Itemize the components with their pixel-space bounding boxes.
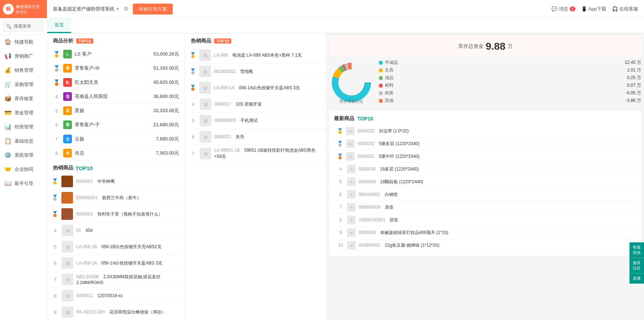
system-title-select[interactable]: 装备及固定资产辅助管理系统 ▾ (53, 6, 119, 12)
legend-value: -0.05 万 (625, 90, 641, 96)
product-info: 0000011 12070519-xs (76, 293, 180, 299)
sidebar-item-资金管理[interactable]: 💳资金管理 (0, 106, 47, 120)
message-badge: 6 (570, 7, 575, 11)
search-menu-button[interactable]: 🔍 搜索菜单 (3, 21, 44, 32)
customer-name: 星扬 (75, 107, 150, 114)
message-button[interactable]: 💬 消息 6 (551, 6, 575, 12)
product-image: ▣ (346, 127, 355, 135)
logo-icon: 畅 (3, 4, 14, 15)
float-btn-客服热线[interactable]: 客服热线 (629, 242, 644, 258)
prod-rank: 4 (337, 167, 344, 172)
nav-icon: 📊 (4, 123, 12, 130)
float-btn-服务社区[interactable]: 服务社区 (629, 258, 644, 274)
legend-name: 肉类 (385, 90, 623, 96)
hot-product-mid-item: 4 ▣ 0000017 10S 变频罗浚 (185, 96, 326, 112)
medal-icon: 🥇 (52, 178, 58, 185)
inventory-total-banner: 库存总资金 9.88 万 (330, 36, 641, 57)
hot-product-bottom-item: 8 ▣ 0000011 12070519-xs (47, 288, 185, 304)
product-image: ▣ (62, 225, 73, 236)
float-btn-直播[interactable]: 直播 (629, 274, 644, 284)
legend-item: 文具 1.01 万 (379, 67, 641, 73)
top-badge: TOP10 (76, 38, 93, 44)
app-download-button[interactable]: 📱 App下载 (581, 6, 606, 12)
sidebar-item-系统管理[interactable]: ⚙️系统管理 (0, 148, 47, 162)
legend-color-dot (379, 99, 383, 103)
customer-avatar: 零 (63, 120, 72, 129)
search-icon: 🔍 (6, 24, 12, 29)
customer-rank-item: 6 零 零售客户-于 21,680.00元 (47, 118, 185, 132)
hot-products-mid-header: 热销商品 TOP10 (185, 33, 326, 47)
customer-ranking-title: 商品分析 (53, 38, 73, 44)
legend-item: 成品 0.25 万 (379, 75, 641, 81)
system-title: 装备及固定资产辅助管理系统 (53, 6, 114, 12)
sidebar-item-企业协同[interactable]: 🤝企业协同 (0, 162, 47, 176)
customer-amount: 40,925.00元 (153, 79, 179, 86)
chevron-down-icon: ▾ (117, 6, 119, 12)
sidebar: 畅 畅捷通好生意 标准版 🔍 搜索菜单 🏠快捷导航📢营销推广💰销售管理🛒采购管理… (0, 0, 47, 320)
newest-product-item: 🥉 ▣ 0000031 5厘中纤 (1220*2440) (334, 150, 637, 163)
app-logo: 畅 畅捷通好生意 标准版 (0, 0, 47, 18)
product-image: ▣ (200, 148, 211, 159)
legend-color-dot (379, 84, 383, 87)
hot-product-bottom-item: 4 ▣ 01 45# (47, 222, 185, 239)
prod-rank: 5 (189, 118, 197, 123)
sidebar-item-新手引导[interactable]: 📖新手引导 (0, 176, 47, 190)
product-info: 0000017 10S 变频罗浚 (214, 101, 322, 107)
sidebar-item-销售管理[interactable]: 💰销售管理 (0, 63, 47, 77)
legend-value: 12.45 万 (625, 60, 641, 66)
nav-icon: 📦 (4, 95, 12, 102)
customer-name: LS 客户 (75, 51, 150, 57)
hot-products-bottom-header: 热销商品 TOP10 (47, 160, 185, 173)
product-image: ▣ (62, 257, 73, 269)
nav-icon: 📢 (4, 53, 12, 60)
gear-icon[interactable]: ⚙ (123, 5, 129, 12)
customer-name: 云扬 (75, 136, 153, 142)
sidebar-item-采购管理[interactable]: 🛒采购管理 (0, 77, 47, 91)
donut-chart: 库存资金占比 (330, 61, 373, 104)
prod-rank: 4 (189, 102, 197, 107)
medal-icon: 🥈 (189, 68, 196, 75)
hot-product-mid-item: 6 ▣ 0000021 夹壳 (185, 129, 326, 145)
sidebar-item-快捷导航[interactable]: 🏠快捷导航 (0, 35, 47, 49)
prod-rank: 9 (337, 230, 344, 235)
nav-icon: 📖 (4, 180, 12, 187)
sidebar-item-基础信息[interactable]: 📋基础信息 (0, 134, 47, 148)
customer-name: 红太阳文具 (75, 79, 150, 86)
legend-name: 半成品 (385, 60, 623, 66)
tab-bar: 首页 (47, 18, 644, 33)
tab-home[interactable]: 首页 (47, 18, 71, 33)
sidebar-item-营销推广[interactable]: 📢营销推广 (0, 49, 47, 63)
product-info: 01 45# (76, 227, 180, 234)
product-info: 0000002 智利车子里（规格不知道填什么） (76, 211, 180, 217)
sidebar-item-经营管理[interactable]: 📊经营管理 (0, 120, 47, 134)
chart-label: 库存资金占比 (330, 99, 373, 104)
phone-icon: 📱 (581, 6, 587, 12)
hot-product-mid-item: 🥇 ▣ LA-089 电池盖 LA-089 ABS本色+黑种 7.1克 (185, 47, 326, 63)
newest-product-item: 7 ▣ 000800008 原壶 (334, 201, 637, 214)
nav-icon: 🏠 (4, 38, 12, 45)
left-panel: 商品分析 TOP10 🥇 L LS 客户 53,006.26元 🥈 零 零售客户… (47, 33, 185, 320)
legend-color-dot (379, 61, 383, 65)
customer-name: 肖总 (75, 150, 153, 156)
product-image (61, 192, 73, 204)
hot-products-bottom-list: 🥇 0000001 中华神鹰 🥈 000500001 新西兰牛肉（新牛） 🥉 0… (47, 173, 185, 320)
product-image: ▣ (347, 228, 356, 237)
product-image: ▣ (346, 139, 355, 148)
newest-product-item: 🥈 ▣ 0000032 5厘多层 (1220*2440) (334, 138, 637, 150)
customer-amount: 51,183.00元 (153, 65, 179, 71)
online-service-button[interactable]: 🎧 在线客服 (612, 6, 638, 12)
sidebar-item-库存核算[interactable]: 📦库存核算 (0, 91, 47, 106)
product-image: ▣ (62, 274, 73, 285)
customer-avatar: 红 (63, 78, 72, 87)
hot-product-mid-item: 🥈 ▣ 001000002 雪地靴 (185, 63, 326, 80)
main-area: 装备及固定资产辅助管理系统 ▾ ⚙ 体验行业方案 💬 消息 6 📱 App下载 … (47, 0, 644, 320)
trial-button[interactable]: 体验行业方案 (133, 4, 173, 15)
newest-product-item: 🥇 ▣ 0000033 封边带 (1.0*22) (334, 125, 637, 138)
legend-value: 0.25 万 (627, 75, 641, 81)
customer-name: 零售客户-许 (75, 65, 150, 71)
newest-product-item: 4 ▣ 0000030 18多层 (1220*2440) (334, 163, 637, 176)
nav-icon: ⚙️ (4, 152, 12, 159)
customer-amount: 53,006.26元 (153, 51, 179, 57)
product-image: ▣ (347, 203, 356, 212)
hot-product-bottom-item: 6 ▣ LA-056-1A 056-1A白色按键开关盖ABS 3克 (47, 255, 185, 271)
